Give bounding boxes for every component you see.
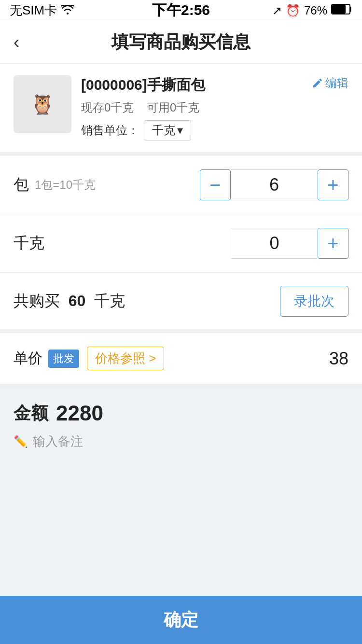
nav-title: 填写商品购买信息: [111, 30, 251, 54]
carrier-text: 无SIM卡: [10, 2, 57, 19]
quantity-pack-row: 包 1包=10千克 − +: [0, 156, 362, 214]
price-row: 单价 批发 价格参照 > 38: [0, 333, 362, 388]
price-value: 38: [329, 349, 348, 369]
price-badge: 批发: [48, 350, 79, 368]
amount-row: 金额 2280: [14, 401, 348, 425]
battery-icon: [331, 4, 352, 17]
status-time: 下午2:56: [152, 0, 210, 20]
remark-placeholder: 输入备注: [33, 433, 83, 450]
status-right: ↗ ⏰ 76%: [272, 4, 352, 17]
product-stock: 现存0千克 可用0千克: [81, 100, 348, 115]
record-batch-button[interactable]: 录批次: [280, 286, 348, 317]
qty-pack-hint: 1包=10千克: [35, 177, 96, 193]
quantity-section: 包 1包=10千克 − + 千克 +: [0, 156, 362, 273]
product-thumb-icon: 🦉: [30, 93, 55, 116]
qty-kg-label: 千克: [14, 233, 44, 254]
qty-pack-label: 包: [14, 174, 29, 196]
empty-space: [0, 460, 362, 595]
qty-pack-input[interactable]: [231, 169, 318, 200]
qty-kg-input[interactable]: [231, 228, 318, 259]
unit-select[interactable]: 千克 ▾: [144, 120, 191, 140]
amount-value: 2280: [56, 401, 103, 425]
edit-button[interactable]: 编辑: [312, 75, 348, 91]
total-amount: 60: [69, 292, 86, 309]
remark-row[interactable]: ✏️ 输入备注: [14, 433, 348, 450]
location-icon: ↗: [272, 4, 282, 17]
battery-text: 76%: [304, 4, 327, 17]
back-button[interactable]: ‹: [14, 32, 19, 53]
product-name: [0000006]手撕面包: [81, 75, 205, 95]
total-text: 共购买 60 千克: [14, 291, 125, 312]
confirm-button[interactable]: 确定: [0, 596, 362, 644]
total-row: 共购买 60 千克 录批次: [0, 273, 362, 333]
edit-label: 编辑: [325, 75, 348, 91]
status-carrier: 无SIM卡: [10, 2, 74, 19]
amount-label: 金额: [14, 402, 48, 425]
alarm-icon: ⏰: [286, 4, 300, 17]
qty-pack-minus-button[interactable]: −: [200, 169, 231, 200]
price-label: 单价: [14, 349, 42, 368]
remark-icon: ✏️: [14, 435, 28, 448]
qty-pack-controls: − +: [200, 169, 348, 200]
product-info: [0000006]手撕面包 编辑 现存0千克 可用0千克 销售单位： 千克 ▾: [81, 75, 348, 140]
quantity-kg-row: 千克 +: [0, 214, 362, 273]
qty-kg-plus-button[interactable]: +: [318, 228, 348, 259]
amount-block: 金额 2280 ✏️ 输入备注: [0, 388, 362, 460]
qty-kg-controls: +: [231, 228, 348, 259]
nav-bar: ‹ 填写商品购买信息: [0, 21, 362, 64]
qty-pack-plus-button[interactable]: +: [318, 169, 348, 200]
svg-rect-1: [332, 5, 346, 14]
price-reference-button[interactable]: 价格参照 >: [87, 347, 164, 370]
product-thumbnail: 🦉: [14, 75, 71, 133]
status-bar: 无SIM卡 下午2:56 ↗ ⏰ 76%: [0, 0, 362, 21]
product-unit-row: 销售单位： 千克 ▾: [81, 120, 348, 140]
wifi-icon: [61, 3, 74, 18]
dropdown-icon: ▾: [177, 124, 183, 137]
product-card: 🦉 [0000006]手撕面包 编辑 现存0千克 可用0千克 销售单位： 千克 …: [0, 64, 362, 156]
